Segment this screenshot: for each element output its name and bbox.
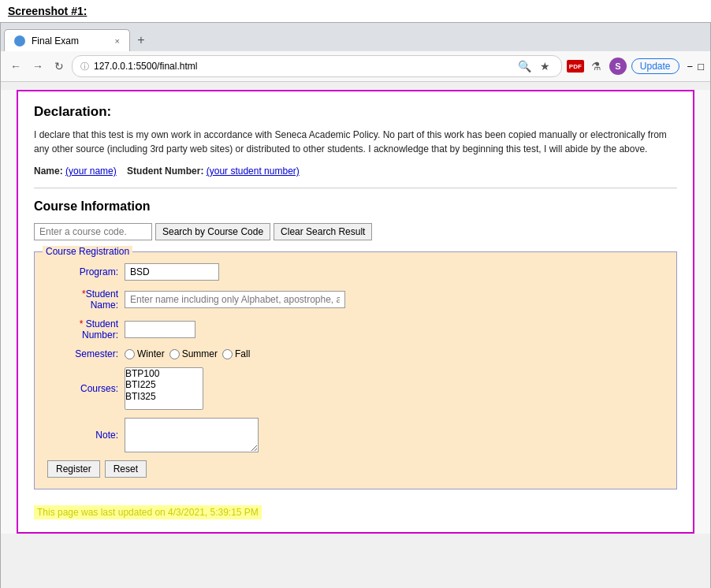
note-row: Note: (47, 418, 664, 452)
student-name-row: *StudentName: (47, 288, 664, 311)
student-name-input[interactable] (125, 291, 345, 308)
name-value-link[interactable]: (your name) (65, 166, 117, 177)
tab-bar: Final Exam × + (1, 23, 710, 51)
course-option-bti325[interactable]: BTI325 (125, 391, 203, 402)
name-label: Name: (34, 166, 63, 177)
course-registration-box: Course Registration Program: *StudentNam… (34, 251, 677, 489)
semester-summer-radio[interactable] (169, 349, 180, 359)
address-input-field[interactable]: ⓘ 127.0.0.1:5500/final.html 🔍 ★ (72, 55, 562, 77)
update-button[interactable]: Update (631, 58, 679, 74)
declaration-text: I declare that this test is my own work … (34, 128, 677, 156)
content-wrapper: Declaration: I declare that this test is… (17, 90, 694, 534)
maximize-button[interactable]: □ (698, 61, 704, 73)
forward-button[interactable]: → (29, 58, 47, 74)
pdf-icon: PDF (567, 60, 584, 73)
student-number-label: * StudentNumber: (47, 318, 118, 341)
program-row: Program: (47, 263, 664, 281)
screenshot-label: Screenshot #1: (0, 0, 711, 22)
semester-fall-radio[interactable] (222, 349, 233, 359)
note-textarea[interactable] (125, 418, 259, 452)
student-number-value-link[interactable]: (your student number) (207, 166, 300, 177)
extensions-icon: ⚗ (589, 58, 605, 74)
search-by-course-code-button[interactable]: Search by Course Code (155, 223, 270, 240)
search-icon: 🔍 (517, 58, 533, 74)
clear-search-result-button[interactable]: Clear Search Result (274, 223, 372, 240)
bookmark-icon: ★ (538, 58, 553, 74)
form-buttons: Register Reset (47, 460, 664, 478)
reload-button[interactable]: ↻ (51, 58, 67, 74)
course-code-input[interactable] (34, 223, 152, 240)
declaration-section: Declaration: I declare that this test is… (34, 104, 677, 177)
program-label: Program: (47, 266, 118, 277)
semester-label: Semester: (47, 348, 118, 359)
semester-row: Semester: Winter Summer (47, 348, 664, 359)
courses-row: Courses: BTP100 BTI225 BTI325 (47, 367, 664, 410)
semester-fall-label: Fall (235, 348, 250, 359)
course-information-section: Course Information Search by Course Code… (34, 199, 677, 519)
minimize-button[interactable]: − (687, 61, 694, 73)
lock-icon: ⓘ (80, 61, 89, 73)
course-registration-legend: Course Registration (43, 246, 132, 257)
student-number-label: Student Number: (127, 166, 203, 177)
semester-options: Winter Summer Fall (125, 348, 250, 359)
courses-select[interactable]: BTP100 BTI225 BTI325 (125, 367, 203, 410)
browser-tab[interactable]: Final Exam × (4, 29, 130, 51)
tab-title: Final Exam (32, 35, 79, 47)
last-updated-text: This page was last updated on 4/3/2021, … (34, 505, 262, 519)
courses-label: Courses: (47, 383, 118, 394)
search-row: Search by Course Code Clear Search Resul… (34, 223, 677, 240)
student-number-req-star: * (80, 318, 84, 329)
new-tab-button[interactable]: + (130, 29, 152, 51)
tab-favicon-icon (14, 35, 25, 47)
register-button[interactable]: Register (47, 460, 100, 478)
back-button[interactable]: ← (7, 58, 24, 74)
student-name-req-star: * (82, 288, 86, 300)
declaration-fields: Name: (your name) Student Number: (your … (34, 166, 677, 177)
semester-winter-radio[interactable] (125, 349, 135, 359)
page-content: Declaration: I declare that this test is… (1, 90, 710, 534)
reset-button[interactable]: Reset (105, 460, 147, 478)
tab-close-icon[interactable]: × (115, 36, 120, 46)
section-divider (34, 188, 677, 188)
student-number-input[interactable] (125, 321, 195, 338)
address-bar: ← → ↻ ⓘ 127.0.0.1:5500/final.html 🔍 ★ PD… (1, 51, 710, 82)
semester-winter-option[interactable]: Winter (125, 348, 165, 359)
course-option-btp100[interactable]: BTP100 (125, 368, 203, 379)
profile-avatar[interactable]: S (609, 58, 627, 75)
course-option-bti225[interactable]: BTI225 (125, 379, 203, 390)
student-name-label: *StudentName: (47, 288, 118, 311)
student-number-row: * StudentNumber: (47, 318, 664, 341)
note-label: Note: (47, 430, 118, 441)
course-info-title: Course Information (34, 199, 677, 214)
semester-winter-label: Winter (137, 348, 165, 359)
last-updated-wrapper: This page was last updated on 4/3/2021, … (34, 497, 677, 519)
semester-summer-label: Summer (182, 348, 218, 359)
address-text: 127.0.0.1:5500/final.html (94, 61, 512, 72)
program-input[interactable] (125, 263, 219, 281)
semester-fall-option[interactable]: Fall (222, 348, 250, 359)
browser-window: Final Exam × + ← → ↻ ⓘ 127.0.0.1:5500/fi… (0, 22, 711, 588)
semester-summer-option[interactable]: Summer (169, 348, 218, 359)
declaration-title: Declaration: (34, 104, 677, 120)
